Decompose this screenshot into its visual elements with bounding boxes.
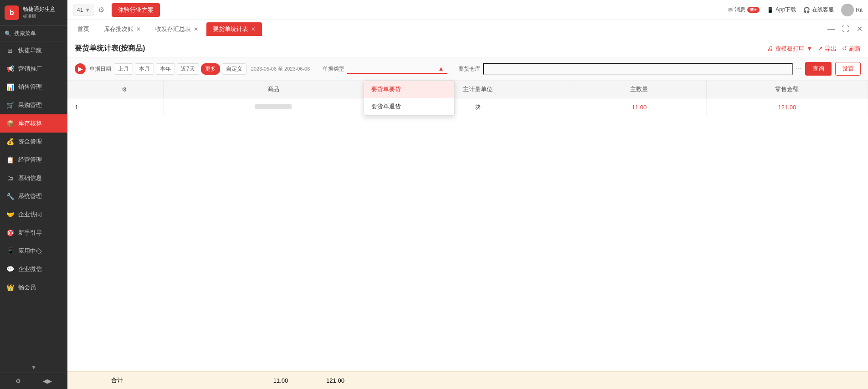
tab-receive-summary-close[interactable]: ✕ — [194, 26, 198, 32]
sidebar-item-purchase[interactable]: 🛒 采购管理 — [0, 96, 67, 114]
search-menu[interactable]: 🔍 搜索菜单 — [0, 26, 67, 41]
dropdown-item-order[interactable]: 要货单要货 — [364, 81, 454, 98]
collapse-button[interactable]: ◀▶ — [43, 378, 52, 384]
marketing-icon: 📢 — [5, 64, 15, 73]
sidebar-item-label: 快捷导航 — [18, 46, 42, 55]
table-wrapper: ⚙ 商品 主计量单位 主数量 零售金额 1 块 — [67, 81, 868, 371]
date-btn-last-month[interactable]: 上月 — [114, 63, 133, 75]
online-service-label: 在线客服 — [812, 6, 834, 14]
notification-count: 99+ — [747, 7, 760, 13]
sidebar-scroll-down[interactable]: ▼ — [0, 362, 67, 373]
sidebar-item-label: 资金管理 — [18, 138, 42, 146]
footer-quantity: 11.00 — [253, 377, 308, 384]
dropdown-item-return[interactable]: 要货单退货 — [364, 98, 454, 115]
tab-batch-account-close[interactable]: ✕ — [136, 26, 141, 32]
type-filter-chevron-up[interactable]: ▲ — [438, 65, 444, 72]
page-content: 要货单统计表(按商品) 🖨 按模板打印 ▼ ↗ 导出 ↺ 刷新 ▶ — [67, 38, 868, 389]
row-seq: 1 — [67, 98, 86, 116]
sidebar-item-label: 基础信息 — [18, 174, 42, 182]
quantity-link[interactable]: 11.00 — [632, 104, 647, 111]
tab-order-stats-close[interactable]: ✕ — [251, 26, 256, 32]
page-header: 要货单统计表(按商品) 🖨 按模板打印 ▼ ↗ 导出 ↺ 刷新 — [67, 38, 868, 57]
date-btn-recent7[interactable]: 近7天 — [177, 63, 199, 75]
date-range-display: 2023-05-06 至 2023-06-06 — [251, 66, 310, 72]
warehouse-filter-input[interactable] — [483, 63, 792, 75]
warehouse-filter: 要货仓库 ··· — [458, 63, 801, 75]
settings-button-filter[interactable]: 设置 — [835, 62, 861, 76]
amount-link[interactable]: 121.00 — [778, 104, 796, 111]
refresh-icon: ↺ — [842, 45, 847, 52]
tab-maximize-btn[interactable]: ⛶ — [840, 24, 851, 34]
tab-close-all-btn[interactable]: ✕ — [855, 24, 864, 34]
sidebar-item-cooperation[interactable]: 🤝 企业协同 — [0, 205, 67, 224]
sidebar-item-label: 营销推广 — [18, 65, 42, 73]
purchase-icon: 🛒 — [5, 101, 15, 110]
date-btn-this-year[interactable]: 本年 — [156, 63, 175, 75]
sidebar-item-operation[interactable]: 📋 经营管理 — [0, 151, 67, 169]
settings-button[interactable]: ⚙ — [15, 378, 21, 384]
basic-icon: 🗂 — [5, 174, 15, 183]
sidebar-item-label: 应用中心 — [18, 247, 42, 255]
sidebar-nav: ⊞ 快捷导航 📢 营销推广 📊 销售管理 🛒 采购管理 📦 库存核算 💰 资金管… — [0, 41, 67, 362]
col-product: 商品 — [163, 81, 383, 98]
date-btn-more[interactable]: 更多 — [201, 63, 220, 75]
store-number: 41 — [77, 7, 83, 13]
sidebar-item-member[interactable]: 👑 畅会员 — [0, 278, 67, 297]
date-filter-group: 单据日期 上月 本月 本年 近7天 更多 自定义 2023-05-06 至 20… — [89, 63, 310, 75]
table-footer: 合计 11.00 121.00 — [67, 371, 868, 389]
date-btn-this-month[interactable]: 本月 — [135, 63, 154, 75]
sidebar-item-label: 系统管理 — [18, 192, 42, 200]
user-profile[interactable]: Rit — [841, 4, 863, 16]
print-btn[interactable]: 🖨 按模板打印 ▼ — [767, 45, 812, 53]
filter-more-icon[interactable]: ··· — [796, 65, 801, 73]
tab-receive-summary[interactable]: 收发存汇总表 ✕ — [149, 22, 205, 36]
sidebar-item-marketing[interactable]: 📢 营销推广 — [0, 60, 67, 78]
gear-settings-icon[interactable]: ⚙ — [98, 5, 104, 14]
sidebar-item-system[interactable]: 🔧 系统管理 — [0, 187, 67, 205]
topbar: 41 ▼ ⚙ 体验行业方案 ✉ 消息 99+ 📱 App下载 🎧 在线客服 R — [67, 0, 868, 20]
tab-order-stats-label: 要货单统计表 — [213, 25, 248, 33]
app-download-btn[interactable]: 📱 App下载 — [767, 6, 796, 14]
sidebar-item-basic[interactable]: 🗂 基础信息 — [0, 169, 67, 187]
type-dropdown: 要货单要货 要货单退货 — [364, 80, 455, 116]
filter-expand-btn[interactable]: ▶ — [75, 63, 86, 74]
col-seq — [67, 81, 86, 98]
guide-icon: 🎯 — [5, 228, 15, 237]
sidebar-item-wechat[interactable]: 💬 企业微信 — [0, 260, 67, 278]
date-quick-btns: 上月 本月 本年 近7天 更多 自定义 — [114, 63, 247, 75]
product-name-placeholder — [255, 104, 292, 109]
data-table: ⚙ 商品 主计量单位 主数量 零售金额 1 块 — [67, 81, 868, 116]
store-selector[interactable]: 41 ▼ — [73, 5, 94, 15]
filter-bar: ▶ 单据日期 上月 本月 本年 近7天 更多 自定义 2023-05-06 至 … — [67, 57, 868, 81]
sidebar-item-inventory[interactable]: 📦 库存核算 — [0, 114, 67, 133]
tab-home[interactable]: 首页 — [71, 22, 96, 36]
date-btn-custom[interactable]: 自定义 — [222, 63, 247, 75]
headset-icon: 🎧 — [803, 7, 810, 13]
tabs-bar: 首页 库存批次账 ✕ 收发存汇总表 ✕ 要货单统计表 ✕ — ⛶ ✕ — [67, 20, 868, 38]
tab-minimize-btn[interactable]: — — [826, 24, 837, 34]
col-settings[interactable]: ⚙ — [86, 81, 163, 98]
tab-batch-account[interactable]: 库存批次账 ✕ — [98, 22, 147, 36]
type-filter-select-box[interactable]: ▲ — [347, 64, 447, 74]
row-settings — [86, 98, 163, 116]
sidebar-item-finance[interactable]: 💰 资金管理 — [0, 133, 67, 151]
sidebar-item-sales[interactable]: 📊 销售管理 — [0, 78, 67, 96]
sidebar-item-quick-nav[interactable]: ⊞ 快捷导航 — [0, 41, 67, 60]
logo-icon: b — [5, 5, 19, 20]
sidebar-item-app-center[interactable]: 📱 应用中心 — [0, 242, 67, 260]
table-row: 1 块 11.00 121.00 — [67, 98, 868, 116]
sales-icon: 📊 — [5, 82, 15, 92]
tab-order-stats[interactable]: 要货单统计表 ✕ — [206, 22, 262, 36]
notification-label: 消息 — [734, 6, 745, 14]
notification-btn[interactable]: ✉ 消息 99+ — [728, 6, 760, 14]
sidebar-item-guide[interactable]: 🎯 新手引导 — [0, 224, 67, 242]
query-button[interactable]: 查询 — [805, 62, 832, 76]
user-name: Rit — [856, 7, 863, 13]
type-filter-input[interactable] — [351, 65, 438, 72]
sidebar-item-label: 经营管理 — [18, 156, 42, 164]
footer-total-label: 合计 — [108, 376, 199, 384]
online-service-btn[interactable]: 🎧 在线客服 — [803, 6, 834, 14]
refresh-btn[interactable]: ↺ 刷新 — [842, 45, 861, 53]
industry-btn[interactable]: 体验行业方案 — [112, 3, 160, 17]
export-btn[interactable]: ↗ 导出 — [818, 45, 837, 53]
